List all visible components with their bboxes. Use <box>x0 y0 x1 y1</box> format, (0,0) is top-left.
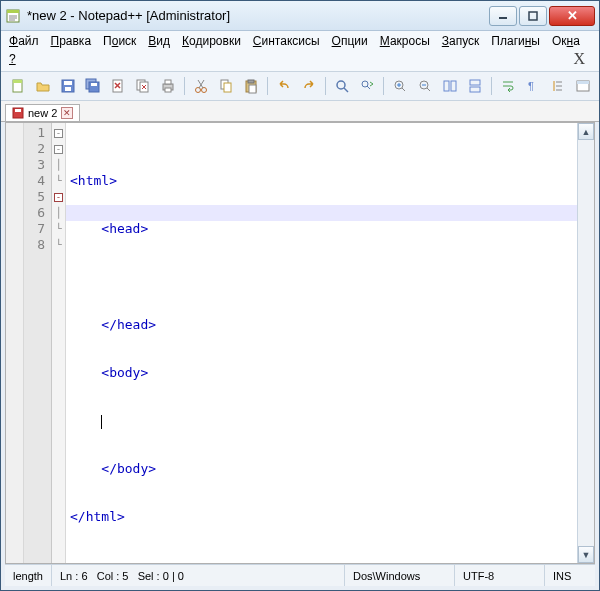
tabbar: new 2 ✕ <box>1 101 599 122</box>
status-eol[interactable]: Dos\Windows <box>345 565 455 586</box>
svg-point-26 <box>202 88 207 93</box>
menu-view[interactable]: Вид <box>148 34 170 48</box>
undo-icon[interactable] <box>273 75 295 97</box>
svg-rect-45 <box>444 81 449 91</box>
app-window: *new 2 - Notepad++ [Administrator] ✕ Фай… <box>0 0 600 591</box>
svg-rect-6 <box>529 12 537 20</box>
redo-icon[interactable] <box>298 75 320 97</box>
tab-label: new 2 <box>28 107 57 119</box>
tab-new2[interactable]: new 2 ✕ <box>5 104 80 121</box>
cut-icon[interactable] <box>190 75 212 97</box>
menu-edit[interactable]: Правка <box>51 34 92 48</box>
menu-macro[interactable]: Макросы <box>380 34 430 48</box>
svg-rect-10 <box>64 81 72 85</box>
status-encoding[interactable]: UTF-8 <box>455 565 545 586</box>
svg-rect-24 <box>165 88 171 92</box>
svg-line-37 <box>367 86 370 89</box>
menubar: Файл Правка Поиск Вид Кодировки Синтакси… <box>1 31 599 72</box>
menu-search[interactable]: Поиск <box>103 34 136 48</box>
menu-help[interactable]: ? <box>9 52 16 66</box>
unsaved-file-icon <box>12 107 24 119</box>
svg-line-44 <box>427 88 430 91</box>
text-caret <box>101 415 102 429</box>
indent-guide-icon[interactable] <box>547 75 569 97</box>
svg-line-35 <box>344 88 348 92</box>
menu-file[interactable]: Файл <box>9 34 39 48</box>
copy-icon[interactable] <box>215 75 237 97</box>
print-icon[interactable] <box>157 75 179 97</box>
toolbar-separator <box>184 77 185 95</box>
paste-icon[interactable] <box>240 75 262 97</box>
status-position: Ln : 6 Col : 5 Sel : 0 | 0 <box>52 565 345 586</box>
menu-encoding[interactable]: Кодировки <box>182 34 241 48</box>
close-all-icon[interactable] <box>132 75 154 97</box>
minimize-button[interactable] <box>489 6 517 26</box>
wordwrap-icon[interactable] <box>497 75 519 97</box>
toolbar-separator <box>267 77 268 95</box>
vertical-scrollbar[interactable]: ▲ ▼ <box>577 123 594 563</box>
maximize-button[interactable] <box>519 6 547 26</box>
scroll-up-icon[interactable]: ▲ <box>578 123 594 140</box>
titlebar[interactable]: *new 2 - Notepad++ [Administrator] ✕ <box>1 1 599 31</box>
svg-rect-23 <box>165 80 171 84</box>
open-file-icon[interactable] <box>32 75 54 97</box>
sync-h-icon[interactable] <box>464 75 486 97</box>
menu-window[interactable]: Окна <box>552 34 580 48</box>
toolbar-separator <box>325 77 326 95</box>
current-line-highlight <box>66 205 577 221</box>
code-area[interactable]: <html> <head> </head> <body> </body> </h… <box>66 123 577 563</box>
svg-rect-32 <box>248 80 254 83</box>
new-file-icon[interactable] <box>7 75 29 97</box>
menu-settings[interactable]: Опции <box>332 34 368 48</box>
window-title: *new 2 - Notepad++ [Administrator] <box>27 8 489 23</box>
zoom-in-icon[interactable] <box>389 75 411 97</box>
svg-rect-14 <box>91 83 97 86</box>
svg-point-25 <box>196 88 201 93</box>
svg-rect-30 <box>224 83 231 92</box>
svg-rect-48 <box>470 87 480 92</box>
marker-margin[interactable] <box>6 123 24 563</box>
save-all-icon[interactable] <box>82 75 104 97</box>
status-length: length <box>5 565 52 586</box>
editor: 1 2 3 4 5 6 7 8 - - │ └ - │ └ └ <html> <… <box>5 122 595 564</box>
toolbar-separator <box>491 77 492 95</box>
svg-rect-11 <box>65 87 71 91</box>
scroll-down-icon[interactable]: ▼ <box>578 546 594 563</box>
svg-line-28 <box>198 80 203 88</box>
menu-language[interactable]: Синтаксисы <box>253 34 320 48</box>
svg-rect-46 <box>451 81 456 91</box>
svg-rect-69 <box>15 109 21 112</box>
statusbar: length Ln : 6 Col : 5 Sel : 0 | 0 Dos\Wi… <box>5 564 595 586</box>
toolbar: ¶ <box>1 72 599 101</box>
svg-rect-8 <box>13 80 22 83</box>
user-lang-icon[interactable] <box>572 75 594 97</box>
find-icon[interactable] <box>331 75 353 97</box>
close-button[interactable]: ✕ <box>549 6 595 26</box>
close-file-icon[interactable] <box>107 75 129 97</box>
line-number-gutter[interactable]: 1 2 3 4 5 6 7 8 <box>24 123 52 563</box>
tab-close-icon[interactable]: ✕ <box>61 107 73 119</box>
status-ins-mode[interactable]: INS <box>545 565 595 586</box>
fold-margin[interactable]: - - │ └ - │ └ └ <box>52 123 66 563</box>
menu-close-x[interactable]: X <box>573 50 591 68</box>
svg-rect-55 <box>577 81 589 84</box>
show-all-chars-icon[interactable]: ¶ <box>522 75 544 97</box>
svg-line-27 <box>199 80 204 88</box>
window-controls: ✕ <box>489 6 595 26</box>
toolbar-separator <box>383 77 384 95</box>
svg-rect-47 <box>470 80 480 85</box>
svg-rect-1 <box>7 10 19 13</box>
save-icon[interactable] <box>57 75 79 97</box>
svg-rect-33 <box>249 85 256 93</box>
sync-v-icon[interactable] <box>439 75 461 97</box>
replace-icon[interactable] <box>356 75 378 97</box>
svg-line-41 <box>402 88 405 91</box>
scroll-track[interactable] <box>578 140 594 546</box>
menu-run[interactable]: Запуск <box>442 34 480 48</box>
app-icon <box>5 8 21 24</box>
zoom-out-icon[interactable] <box>414 75 436 97</box>
svg-text:¶: ¶ <box>528 80 534 92</box>
menu-plugins[interactable]: Плагины <box>491 34 540 48</box>
svg-point-34 <box>337 81 345 89</box>
